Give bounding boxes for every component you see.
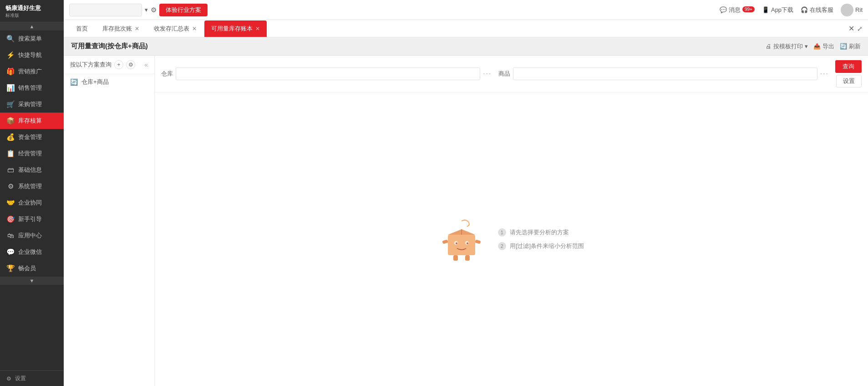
message-label: 消息 — [729, 6, 741, 14]
sidebar-bottom-label: 设置 — [15, 375, 26, 382]
sidebar-item-label: 销售管理 — [18, 84, 42, 92]
warehouse-label: 仓库 — [161, 70, 173, 78]
sidebar-item-label: 营销推广 — [18, 67, 42, 76]
sidebar-scroll-up[interactable]: ▲ — [0, 22, 64, 31]
topbar: ▾ ⚙ 体验行业方案 💬 消息 99+ 📱 App下载 🎧 在线客服 Rit — [64, 0, 868, 20]
tabbar-close-all-btn[interactable]: ✕ — [848, 24, 854, 33]
hint-text-1: 请先选择要分析的方案 — [510, 228, 569, 237]
sidebar-item-system[interactable]: ⚙ 系统管理 — [0, 178, 64, 195]
sidebar-item-finance[interactable]: 💰 资金管理 — [0, 129, 64, 145]
sidebar-item-member[interactable]: 🏆 畅会员 — [0, 260, 64, 277]
brand-name: 畅康通好生意 — [5, 5, 58, 12]
purchase-icon: 🛒 — [6, 100, 15, 108]
tab-deposit-summary[interactable]: 收发存汇总表 ✕ — [147, 21, 203, 37]
filter-header: 按以下方案查询 + ⚙ « — [64, 56, 154, 74]
sidebar-item-inventory[interactable]: 📦 库存核算 — [0, 113, 64, 129]
sidebar-scroll-down[interactable]: ▼ — [0, 277, 64, 285]
tab-home[interactable]: 首页 — [69, 21, 95, 37]
topbar-app-download[interactable]: 📱 App下载 — [762, 6, 793, 14]
member-icon: 🏆 — [6, 264, 15, 273]
main-area: ▾ ⚙ 体验行业方案 💬 消息 99+ 📱 App下载 🎧 在线客服 Rit — [64, 0, 868, 386]
query-bar: 仓库 ··· 商品 ··· 查询 设置 — [155, 56, 868, 93]
sidebar-item-newbie[interactable]: 🎯 新手引导 — [0, 211, 64, 227]
filter-item-icon: 🔄 — [70, 78, 78, 86]
export-icon: 📤 — [813, 43, 821, 50]
product-dots-btn[interactable]: ··· — [820, 70, 829, 78]
sidebar-item-label: 快捷导航 — [18, 51, 42, 59]
tabbar-expand-btn[interactable]: ⤢ — [857, 25, 863, 32]
page-header: 可用量查询(按仓库+商品) 🖨 按模板打印 ▾ 📤 导出 🔄 刷新 — [64, 37, 868, 56]
svg-rect-10 — [475, 240, 481, 244]
sidebar-item-shortcut[interactable]: ⚡ 快捷导航 — [0, 47, 64, 63]
search-icon: 🔍 — [6, 35, 15, 43]
filter-item-warehouse-product[interactable]: 🔄 仓库+商品 — [64, 74, 154, 90]
sidebar-bottom-settings[interactable]: ⚙ 设置 — [0, 371, 64, 386]
sidebar-item-search[interactable]: 🔍 搜索菜单 — [0, 31, 64, 47]
export-btn[interactable]: 📤 导出 — [813, 42, 834, 51]
filter-header-label: 按以下方案查询 — [70, 61, 112, 69]
filter-item-label: 仓库+商品 — [81, 78, 109, 86]
refresh-btn[interactable]: 🔄 刷新 — [840, 42, 861, 51]
tab-deposit-summary-close[interactable]: ✕ — [192, 26, 197, 32]
topbar-dropdown-btn[interactable]: ▾ — [145, 6, 148, 13]
sidebar-item-purchase[interactable]: 🛒 采购管理 — [0, 96, 64, 113]
page-header-actions: 🖨 按模板打印 ▾ 📤 导出 🔄 刷新 — [766, 42, 861, 51]
brand-area: 畅康通好生意 标准版 — [0, 0, 64, 22]
sidebar-item-basic[interactable]: 🗃 基础信息 — [0, 162, 64, 178]
finance-icon: 💰 — [6, 133, 15, 141]
username-label: Rit — [855, 6, 863, 13]
empty-illustration — [439, 216, 484, 262]
operations-icon: 📋 — [6, 149, 15, 158]
filter-settings-btn[interactable]: ⚙ — [126, 60, 135, 69]
tab-batch-account[interactable]: 库存批次账 ✕ — [96, 21, 146, 37]
svg-point-5 — [456, 242, 457, 244]
tab-available-ledger-close[interactable]: ✕ — [255, 26, 260, 32]
tabbar-right: ✕ ⤢ — [848, 24, 863, 33]
topbar-gear-btn[interactable]: ⚙ — [151, 6, 157, 14]
tab-available-ledger[interactable]: 可用量库存账本 ✕ — [204, 21, 267, 37]
sidebar-item-wechat[interactable]: 💬 企业微信 — [0, 244, 64, 260]
hint-num-2: 2 — [498, 242, 506, 250]
sidebar-item-sales[interactable]: 📊 销售管理 — [0, 80, 64, 96]
empty-hints: 1 请先选择要分析的方案 2 用[过滤]条件来缩小分析范围 — [498, 228, 584, 250]
inventory-icon: 📦 — [6, 117, 15, 125]
topbar-search-input[interactable] — [69, 4, 142, 16]
product-input[interactable] — [513, 67, 817, 80]
hint-num-1: 1 — [498, 228, 506, 237]
topbar-user-area[interactable]: Rit — [841, 4, 863, 16]
product-label: 商品 — [498, 70, 510, 78]
sidebar-item-marketing[interactable]: 🎁 营销推广 — [0, 63, 64, 80]
print-btn[interactable]: 🖨 按模板打印 ▾ — [766, 42, 808, 51]
sidebar-item-enterprise[interactable]: 🤝 企业协同 — [0, 195, 64, 211]
tab-batch-account-close[interactable]: ✕ — [135, 26, 139, 32]
sidebar-item-label: 基础信息 — [18, 166, 42, 174]
topbar-online-service[interactable]: 🎧 在线客服 — [801, 6, 833, 14]
brand-sub: 标准版 — [5, 12, 58, 18]
print-icon: 🖨 — [766, 43, 772, 50]
filter-collapse-btn[interactable]: « — [144, 61, 148, 68]
topbar-right: 💬 消息 99+ 📱 App下载 🎧 在线客服 Rit — [720, 4, 863, 16]
warehouse-dots-btn[interactable]: ··· — [483, 70, 492, 78]
page-title: 可用量查询(按仓库+商品) — [71, 42, 148, 51]
filter-add-btn[interactable]: + — [114, 60, 123, 69]
product-field: 商品 ··· — [498, 67, 829, 80]
query-actions: 查询 设置 — [835, 60, 862, 87]
warehouse-input[interactable] — [176, 67, 480, 80]
shortcut-icon: ⚡ — [6, 51, 15, 59]
sidebar-item-operations[interactable]: 📋 经营管理 — [0, 145, 64, 162]
online-service-label: 在线客服 — [810, 6, 833, 14]
industry-btn[interactable]: 体验行业方案 — [159, 4, 208, 16]
sidebar-item-appstore[interactable]: 🛍 应用中心 — [0, 227, 64, 244]
sidebar: 畅康通好生意 标准版 ▲ 🔍 搜索菜单 ⚡ 快捷导航 🎁 营销推广 📊 销售管理… — [0, 0, 64, 386]
print-label: 按模板打印 — [773, 42, 803, 51]
marketing-icon: 🎁 — [6, 67, 15, 76]
svg-rect-7 — [453, 255, 458, 261]
empty-hint-2: 2 用[过滤]条件来缩小分析范围 — [498, 242, 584, 250]
svg-rect-0 — [448, 235, 475, 255]
topbar-message-item[interactable]: 💬 消息 99+ — [720, 6, 755, 14]
query-settings-btn[interactable]: 设置 — [836, 75, 862, 87]
query-btn[interactable]: 查询 — [835, 60, 862, 73]
sidebar-item-label: 企业微信 — [18, 248, 42, 256]
gear-icon: ⚙ — [128, 62, 133, 68]
sidebar-item-label: 系统管理 — [18, 182, 42, 190]
